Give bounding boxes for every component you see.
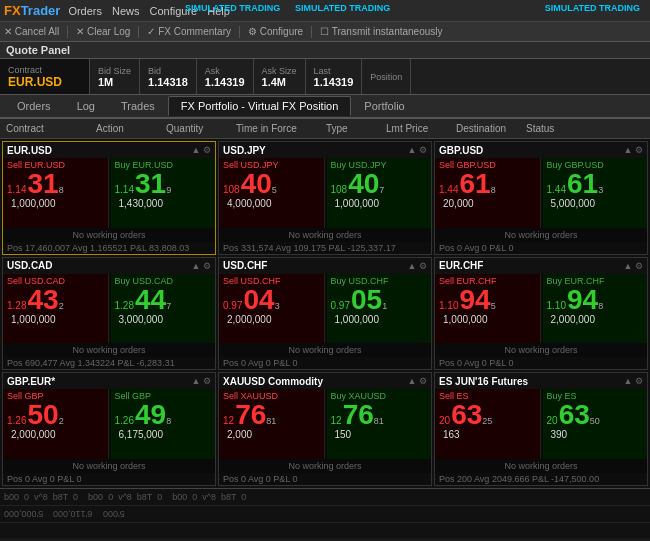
fx-tile-6[interactable]: GBP.EUR* ▲ ⚙ Sell GBP 1.26 50 2 2,000,00… (2, 372, 216, 486)
fx-tile-2[interactable]: GBP.USD ▲ ⚙ Sell GBP.USD 1.44 61 8 20,00… (434, 141, 648, 255)
tile-footer-2: Pos 0 Avg 0 P&L 0 (435, 242, 647, 254)
sell-price-main-3: 1.28 43 2 (7, 286, 104, 314)
ask-label: Ask (205, 66, 245, 76)
sell-qty-1: 4,000,000 (223, 198, 320, 209)
buy-price-main-2: 1.44 61 3 (547, 170, 644, 198)
buy-price-main-3: 1.28 44 7 (115, 286, 212, 314)
sell-sup-0: 8 (59, 185, 64, 195)
tab-orders[interactable]: Orders (4, 96, 64, 116)
toolbar: ✕ Cancel All ✕ Clear Log ✓ FX Commentary… (0, 22, 650, 42)
tile-buy-8[interactable]: Buy ES 20 63 50 390 (543, 389, 648, 459)
tile-no-orders-3: No working orders (3, 343, 215, 357)
toolbar-separator-2 (138, 26, 139, 38)
sell-price-main-8: 20 63 25 (439, 401, 536, 429)
tile-icons-4: ▲ ⚙ (408, 261, 427, 271)
ask-size-label: Ask Size (262, 66, 297, 76)
tile-buy-1[interactable]: Buy USD.JPY 108 40 7 1,000,000 (327, 158, 432, 228)
sell-big-3: 43 (27, 286, 58, 314)
tile-header-6: GBP.EUR* ▲ ⚙ (3, 373, 215, 389)
tile-buy-3[interactable]: Buy USD.CAD 1.28 44 7 3,000,000 (111, 274, 216, 344)
tile-prices-7: Sell XAUUSD 12 76 81 2,000 Buy XAUUSD 12… (219, 389, 431, 459)
tile-prices-2: Sell GBP.USD 1.44 61 8 20,000 Buy GBP.US… (435, 158, 647, 228)
tile-sell-6[interactable]: Sell GBP 1.26 50 2 2,000,000 (3, 389, 109, 459)
clear-log-button[interactable]: ✕ Clear Log (76, 26, 130, 37)
tile-sell-2[interactable]: Sell GBP.USD 1.44 61 8 20,000 (435, 158, 541, 228)
fx-tile-4[interactable]: USD.CHF ▲ ⚙ Sell USD.CHF 0.97 04 3 2,000… (218, 257, 432, 371)
tile-buy-0[interactable]: Buy EUR.USD 1.14 31 9 1,430,000 (111, 158, 216, 228)
sell-qty-3: 1,000,000 (7, 314, 104, 325)
transmit-checkbox[interactable]: ☐ Transmit instantaneously (320, 26, 442, 37)
sell-sup-8: 25 (482, 416, 492, 426)
tile-icons-0: ▲ ⚙ (192, 145, 211, 155)
toolbar-separator-3 (239, 26, 240, 38)
tile-symbol-6: GBP.EUR* (7, 376, 55, 387)
buy-price-main-5: 1.10 94 8 (547, 286, 644, 314)
quote-panel-title: Quote Panel (0, 42, 650, 59)
tile-sell-0[interactable]: Sell EUR.USD 1.14 31 8 1,000,000 (3, 158, 109, 228)
configure-button[interactable]: ⚙ Configure (248, 26, 303, 37)
tile-sell-7[interactable]: Sell XAUUSD 12 76 81 2,000 (219, 389, 325, 459)
sell-price-main-5: 1.10 94 5 (439, 286, 536, 314)
fx-tile-8[interactable]: ES JUN'16 Futures ▲ ⚙ Sell ES 20 63 25 1… (434, 372, 648, 486)
buy-big-4: 05 (351, 286, 382, 314)
tile-icons-7: ▲ ⚙ (408, 376, 427, 386)
tile-prices-4: Sell USD.CHF 0.97 04 3 2,000,000 Buy USD… (219, 274, 431, 344)
buy-sup-4: 1 (382, 301, 387, 311)
tile-sell-8[interactable]: Sell ES 20 63 25 163 (435, 389, 541, 459)
buy-qty-7: 150 (331, 429, 428, 440)
sim-badge-left: SIMULATED TRADING (185, 3, 280, 13)
sell-price-main-0: 1.14 31 8 (7, 170, 104, 198)
tile-icons-8: ▲ ⚙ (624, 376, 643, 386)
menu-orders[interactable]: Orders (68, 5, 102, 17)
buy-qty-2: 5,000,000 (547, 198, 644, 209)
fx-tile-1[interactable]: USD.JPY ▲ ⚙ Sell USD.JPY 108 40 5 4,000,… (218, 141, 432, 255)
buy-qty-3: 3,000,000 (115, 314, 212, 325)
top-bar: FXTrader Orders News Configure Help SIMU… (0, 0, 650, 22)
tab-log[interactable]: Log (64, 96, 108, 116)
fx-tile-0[interactable]: EUR.USD ▲ ⚙ Sell EUR.USD 1.14 31 8 1,000… (2, 141, 216, 255)
sell-big-8: 63 (451, 401, 482, 429)
sell-price-main-6: 1.26 50 2 (7, 401, 104, 429)
tab-fx-portfolio[interactable]: FX Portfolio - Virtual FX Position (168, 96, 352, 116)
tile-icons-3: ▲ ⚙ (192, 261, 211, 271)
tile-buy-5[interactable]: Buy EUR.CHF 1.10 94 8 2,000,000 (543, 274, 648, 344)
tab-trades[interactable]: Trades (108, 96, 168, 116)
orders-table-header: Contract Action Quantity Time in Force T… (0, 119, 650, 139)
sell-big-1: 40 (241, 170, 272, 198)
app-logo: FXTrader (4, 3, 60, 18)
tile-sell-5[interactable]: Sell EUR.CHF 1.10 94 5 1,000,000 (435, 274, 541, 344)
tile-symbol-2: GBP.USD (439, 145, 483, 156)
menu-news[interactable]: News (112, 5, 140, 17)
sell-big-7: 76 (235, 401, 266, 429)
tile-header-7: XAUUSD Commodity ▲ ⚙ (219, 373, 431, 389)
sell-qty-2: 20,000 (439, 198, 536, 209)
cancel-all-button[interactable]: ✕ Cancel All (4, 26, 59, 37)
sell-qty-4: 2,000,000 (223, 314, 320, 325)
tile-no-orders-6: No working orders (3, 459, 215, 473)
tile-sell-3[interactable]: Sell USD.CAD 1.28 43 2 1,000,000 (3, 274, 109, 344)
fx-tile-7[interactable]: XAUUSD Commodity ▲ ⚙ Sell XAUUSD 12 76 8… (218, 372, 432, 486)
tile-footer-0: Pos 17,460,007 Avg 1.165521 P&L 83,808.0… (3, 242, 215, 254)
tile-sell-1[interactable]: Sell USD.JPY 108 40 5 4,000,000 (219, 158, 325, 228)
col-type: Type (320, 123, 380, 134)
sell-sup-2: 8 (491, 185, 496, 195)
fx-tile-5[interactable]: EUR.CHF ▲ ⚙ Sell EUR.CHF 1.10 94 5 1,000… (434, 257, 648, 371)
tab-portfolio[interactable]: Portfolio (351, 96, 417, 116)
tile-buy-6[interactable]: Sell GBP 1.26 49 8 6,175,000 (111, 389, 216, 459)
buy-sup-0: 9 (166, 185, 171, 195)
quote-bid-col: Bid 1.14318 (140, 59, 197, 94)
tile-prices-0: Sell EUR.USD 1.14 31 8 1,000,000 Buy EUR… (3, 158, 215, 228)
fx-commentary-button[interactable]: ✓ FX Commentary (147, 26, 231, 37)
tile-footer-7: Pos 0 Avg 0 P&L 0 (219, 473, 431, 485)
ask-value: 1.14319 (205, 76, 245, 88)
tile-buy-4[interactable]: Buy USD.CHF 0.97 05 1 1,000,000 (327, 274, 432, 344)
sell-sup-1: 5 (272, 185, 277, 195)
tile-buy-2[interactable]: Buy GBP.USD 1.44 61 3 5,000,000 (543, 158, 648, 228)
buy-sup-5: 8 (598, 301, 603, 311)
tile-no-orders-4: No working orders (219, 343, 431, 357)
buy-big-2: 61 (567, 170, 598, 198)
tile-sell-4[interactable]: Sell USD.CHF 0.97 04 3 2,000,000 (219, 274, 325, 344)
tile-buy-7[interactable]: Buy XAUUSD 12 76 81 150 (327, 389, 432, 459)
tile-no-orders-7: No working orders (219, 459, 431, 473)
fx-tile-3[interactable]: USD.CAD ▲ ⚙ Sell USD.CAD 1.28 43 2 1,000… (2, 257, 216, 371)
